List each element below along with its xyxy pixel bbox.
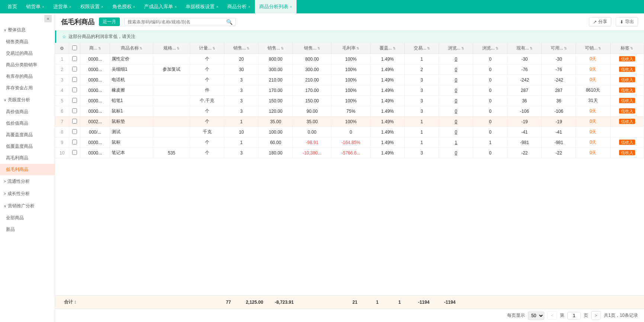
nav-template[interactable]: 单据模板设置 × (181, 0, 223, 13)
close-icon[interactable]: × (216, 5, 218, 9)
cell-checkbox[interactable] (69, 64, 80, 75)
close-icon[interactable]: × (248, 5, 250, 9)
browse-link[interactable]: 0 (455, 130, 457, 135)
close-icon[interactable]: × (174, 5, 177, 9)
sidebar-item-in-stock[interactable]: 有库存的商品 (0, 71, 55, 82)
sidebar-item-category-rate[interactable]: 商品分类助销率 (0, 59, 55, 71)
sidebar-section-overall[interactable]: ∨ 整体信息 (0, 24, 55, 36)
col-name[interactable]: 商品名称⇅ (110, 43, 153, 54)
col-current[interactable]: 现有...⇅ (507, 43, 542, 54)
row-checkbox[interactable] (72, 140, 77, 144)
collapse-icon[interactable]: « (44, 15, 52, 22)
col-sales-amount[interactable]: 销售...⇅ (293, 43, 331, 54)
cell-name[interactable]: 测试 (110, 127, 153, 137)
cell-name[interactable]: 橡皮擦 (110, 85, 153, 96)
col-available[interactable]: 可用...⇅ (542, 43, 576, 54)
browse-link[interactable]: 1 (455, 140, 457, 145)
col-saleable[interactable]: 可销...⇅ (576, 43, 610, 54)
col-coverage[interactable]: 覆盖...⇅ (371, 43, 405, 54)
sidebar-item-low-coverage[interactable]: 低覆盖度商品 (0, 141, 55, 152)
close-icon[interactable]: × (42, 5, 44, 9)
browse-link[interactable]: 0 (455, 119, 457, 124)
cell-checkbox[interactable] (69, 127, 80, 137)
cell-checkbox[interactable] (69, 148, 80, 158)
cell-name[interactable]: 电话机 (110, 75, 153, 85)
sidebar-item-all-products[interactable]: 全部商品 (0, 212, 55, 224)
cell-browse1[interactable]: 1 (439, 137, 473, 148)
col-browse2[interactable]: 浏览...⇅ (473, 43, 507, 54)
search-input[interactable] (128, 19, 226, 25)
sidebar-item-inventory-capital[interactable]: 库存资金占用 (0, 82, 55, 94)
nav-product-entry[interactable]: 产成品入库单 × (140, 0, 181, 13)
cell-name[interactable]: 鼠标垫 (110, 117, 153, 127)
sidebar-item-new-products[interactable]: 新品 (0, 224, 55, 235)
cell-browse1[interactable]: 0 (439, 117, 473, 127)
nav-roles[interactable]: 角色授权 × (108, 0, 140, 13)
cell-name[interactable]: 鼠标1 (110, 106, 153, 117)
close-icon[interactable]: × (69, 5, 71, 9)
cell-checkbox[interactable] (69, 106, 80, 117)
cell-checkbox[interactable] (69, 137, 80, 148)
cell-name[interactable]: 铅笔1 (110, 96, 153, 106)
col-code[interactable]: 商...⇅ (80, 43, 110, 54)
row-checkbox[interactable] (72, 98, 77, 103)
cell-checkbox[interactable] (69, 85, 80, 96)
col-transaction[interactable]: 交易...⇅ (405, 43, 439, 54)
sidebar-item-traded-products[interactable]: 交易过的商品 (0, 48, 55, 59)
close-icon[interactable]: × (290, 5, 292, 9)
row-checkbox[interactable] (72, 119, 77, 124)
search-icon[interactable]: 🔍 (226, 19, 233, 25)
close-icon[interactable]: × (101, 5, 103, 9)
browse-link[interactable]: 0 (455, 88, 457, 93)
sidebar-item-high-coverage[interactable]: 高覆盖度商品 (0, 129, 55, 141)
col-browse1[interactable]: 浏览...⇅ (439, 43, 473, 54)
col-sales-qty[interactable]: 销售...⇅ (224, 43, 259, 54)
sidebar-item-high-margin[interactable]: 高毛利商品 (0, 152, 55, 164)
cell-checkbox[interactable] (69, 96, 80, 106)
col-sales-price[interactable]: 销售...⇅ (259, 43, 293, 54)
cell-name[interactable]: 鼠标 (110, 137, 153, 148)
row-checkbox[interactable] (72, 108, 77, 113)
cell-name[interactable]: 吴细细1 (110, 64, 153, 75)
sidebar-item-high-value[interactable]: 高价值商品 (0, 106, 55, 118)
date-filter-button[interactable]: 近一月 (99, 17, 120, 26)
sidebar-section-bright[interactable]: ∨ 亮眼度分析 (0, 94, 55, 106)
nav-permissions[interactable]: 权限设置 × (76, 0, 108, 13)
col-settings[interactable]: ⚙ (55, 43, 69, 54)
row-checkbox[interactable] (72, 129, 77, 134)
close-icon[interactable]: × (133, 5, 135, 9)
col-checkbox[interactable] (69, 43, 80, 54)
browse-link[interactable]: 0 (455, 150, 457, 156)
cell-browse1[interactable]: 0 (439, 85, 473, 96)
browse-link[interactable]: 0 (455, 57, 457, 62)
sidebar-section-growth[interactable]: > 成长性分析 (0, 188, 55, 200)
col-spec[interactable]: 规格...⇅ (153, 43, 190, 54)
page-size-select[interactable]: 50 (528, 312, 544, 320)
cell-checkbox[interactable] (69, 75, 80, 85)
browse-link[interactable]: 0 (455, 67, 457, 72)
nav-product-analysis-list[interactable]: 商品分析列表 × (255, 0, 297, 13)
export-button[interactable]: ⬇ 导出 (616, 17, 638, 26)
cell-browse1[interactable]: 0 (439, 127, 473, 137)
row-checkbox[interactable] (72, 150, 77, 155)
nav-purchase[interactable]: 进货单 × (49, 0, 76, 13)
current-page-input[interactable] (567, 312, 581, 319)
cell-browse1[interactable]: 0 (439, 64, 473, 75)
cell-browse1[interactable]: 0 (439, 148, 473, 158)
sidebar-item-low-margin[interactable]: 低毛利商品 (0, 164, 55, 175)
nav-home[interactable]: 首页 (3, 0, 22, 13)
cell-browse1[interactable]: 0 (439, 96, 473, 106)
col-gross-rate[interactable]: 毛利率⇅ (331, 43, 371, 54)
sidebar-item-sales-products[interactable]: 销售类商品 (0, 36, 55, 48)
row-checkbox[interactable] (72, 77, 77, 82)
nav-sales[interactable]: 销货单 × (22, 0, 49, 13)
sidebar-item-low-value[interactable]: 低价值商品 (0, 118, 55, 129)
cell-browse1[interactable]: 0 (439, 75, 473, 85)
cell-name[interactable]: 属性定价 (110, 54, 153, 64)
browse-link[interactable]: 0 (455, 98, 457, 103)
select-all-checkbox[interactable] (72, 45, 77, 50)
prev-page-button[interactable]: ＜ (547, 311, 557, 320)
col-unit[interactable]: 计量...⇅ (190, 43, 224, 54)
nav-product-analysis[interactable]: 商品分析 × (223, 0, 255, 13)
cell-checkbox[interactable] (69, 117, 80, 127)
